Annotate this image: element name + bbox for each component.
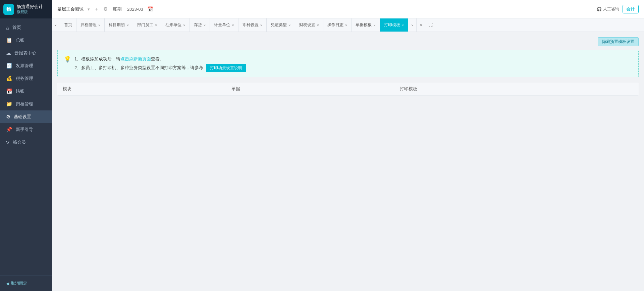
tab-close-single-form[interactable]: × bbox=[373, 23, 375, 27]
sidebar-item-closing[interactable]: 📅 结账 bbox=[0, 85, 52, 98]
period-value: 2023-03 bbox=[127, 7, 143, 12]
info-text: 1、模板添加成功后，请点击刷新新页面查看。 2、多员工、多打印机、多种业务类型设… bbox=[74, 55, 246, 72]
logo-subtitle: 旗舰版 bbox=[17, 9, 43, 14]
sidebar: 畅 畅捷通好会计 旗舰版 ⌂ 首页 📋 总账 ☁ 云报表中心 🧾 发票管理 💰 … bbox=[0, 0, 52, 291]
tab-close-print-template[interactable]: × bbox=[402, 23, 404, 27]
tab-label-counterpart: 往来单位 bbox=[165, 22, 181, 28]
tab-label-currency: 币种设置 bbox=[243, 22, 259, 28]
ledger-label: 总账 bbox=[16, 37, 24, 43]
archive-label: 归档管理 bbox=[16, 101, 33, 107]
reports-icon: ☁ bbox=[6, 50, 11, 56]
table-head: 模块 单据 打印模板 bbox=[57, 83, 639, 96]
info-line1: 1、模板添加成功后，请点击刷新新页面查看。 bbox=[74, 55, 246, 63]
settings-icon[interactable]: ⚙ bbox=[103, 6, 108, 12]
info-line2-prefix: 2、多员工、多打印机、多种业务类型设置不同打印方案等，请参考 bbox=[74, 65, 203, 70]
invoice-icon: 🧾 bbox=[6, 63, 12, 69]
tab-close-inventory[interactable]: × bbox=[204, 23, 206, 27]
member-icon: V bbox=[6, 140, 9, 145]
tab-close-currency[interactable]: × bbox=[260, 23, 262, 27]
tab-close-tax-settings[interactable]: × bbox=[317, 23, 319, 27]
tab-home[interactable]: 首页 bbox=[60, 18, 76, 32]
unpin-label: 取消固定 bbox=[11, 281, 27, 286]
tab-inventory[interactable]: 存货× bbox=[190, 18, 210, 32]
guide-icon: 📌 bbox=[6, 127, 12, 133]
ledger-icon: 📋 bbox=[6, 37, 12, 43]
sidebar-item-guide[interactable]: 📌 新手引导 bbox=[0, 123, 52, 136]
tab-close-voucher-type[interactable]: × bbox=[288, 23, 290, 27]
sidebar-item-home[interactable]: ⌂ 首页 bbox=[0, 21, 52, 34]
tab-single-form[interactable]: 单据模板× bbox=[352, 18, 380, 32]
add-company-icon[interactable]: ＋ bbox=[94, 6, 99, 13]
sidebar-unpin[interactable]: ◀ 取消固定 bbox=[0, 276, 52, 291]
print-template-table: 模块 单据 打印模板 bbox=[57, 83, 639, 96]
invoice-label: 发票管理 bbox=[16, 63, 33, 69]
member-label: 畅会员 bbox=[13, 139, 26, 145]
sidebar-logo: 畅 畅捷通好会计 旗舰版 bbox=[0, 0, 52, 18]
info-line1-suffix: 查看。 bbox=[151, 56, 164, 61]
company-name: 基层工会测试 bbox=[57, 6, 84, 12]
home-icon: ⌂ bbox=[6, 25, 9, 31]
sidebar-item-ledger[interactable]: 📋 总账 bbox=[0, 34, 52, 47]
guide-label: 新手引导 bbox=[16, 127, 33, 133]
tab-archive-mgmt[interactable]: 归档管理× bbox=[76, 18, 105, 32]
sidebar-item-settings[interactable]: ⚙ 基础设置 bbox=[0, 110, 52, 123]
company-dropdown-icon[interactable]: ▾ bbox=[88, 7, 90, 12]
tab-close-department[interactable]: × bbox=[155, 23, 157, 27]
tab-expand-btn[interactable]: ⛶ bbox=[426, 18, 435, 32]
bulb-icon: 💡 bbox=[64, 55, 71, 63]
archive-icon: 📁 bbox=[6, 101, 12, 107]
home-label: 首页 bbox=[12, 25, 21, 31]
logo-icon: 畅 bbox=[3, 4, 14, 15]
topbar-right: 🎧 人工咨询 会计 bbox=[597, 5, 639, 13]
calendar-icon[interactable]: 📅 bbox=[147, 6, 153, 12]
tab-close-measure-unit[interactable]: × bbox=[232, 23, 234, 27]
main-area: 基层工会测试 ▾ ＋ ⚙ 账期 2023-03 📅 🎧 人工咨询 会计 ‹首页归… bbox=[52, 0, 644, 291]
tab-next-btn[interactable]: › bbox=[408, 18, 416, 32]
sidebar-item-reports[interactable]: ☁ 云报表中心 bbox=[0, 47, 52, 59]
tab-tax-settings[interactable]: 财税设置× bbox=[295, 18, 323, 32]
info-box: 💡 1、模板添加成功后，请点击刷新新页面查看。 2、多员工、多打印机、多种业务类… bbox=[57, 50, 639, 77]
tax-label: 税务管理 bbox=[16, 76, 33, 82]
topbar: 基层工会测试 ▾ ＋ ⚙ 账期 2023-03 📅 🎧 人工咨询 会计 bbox=[52, 0, 644, 18]
info-line1-prefix: 1、模板添加成功后，请 bbox=[74, 56, 120, 61]
tab-close-all-btn[interactable]: × bbox=[416, 18, 426, 32]
tab-close-counterpart[interactable]: × bbox=[183, 23, 185, 27]
hide-preview-btn[interactable]: 隐藏预置模板设置 bbox=[598, 37, 639, 46]
tab-operation-log[interactable]: 操作日志× bbox=[323, 18, 352, 32]
settings-icon: ⚙ bbox=[6, 114, 10, 120]
tab-department[interactable]: 部门员工× bbox=[133, 18, 161, 32]
content-area: 隐藏预置模板设置 💡 1、模板添加成功后，请点击刷新新页面查看。 2、多员工、多… bbox=[52, 32, 644, 291]
tab-currency[interactable]: 币种设置× bbox=[238, 18, 267, 32]
accountant-btn[interactable]: 会计 bbox=[623, 5, 639, 13]
tab-label-archive-mgmt: 归档管理 bbox=[80, 22, 97, 28]
customer-service-btn[interactable]: 🎧 人工咨询 bbox=[597, 6, 619, 12]
tab-close-operation-log[interactable]: × bbox=[345, 23, 347, 27]
explain-btn[interactable]: 打印场景设置说明 bbox=[206, 64, 246, 72]
sidebar-item-tax[interactable]: 💰 税务管理 bbox=[0, 72, 52, 85]
tab-subject-init[interactable]: 科目期初× bbox=[105, 18, 133, 32]
tab-close-subject-init[interactable]: × bbox=[126, 23, 128, 27]
tab-label-print-template: 打印模板 bbox=[384, 22, 400, 28]
sidebar-item-archive[interactable]: 📁 归档管理 bbox=[0, 98, 52, 110]
col-template: 打印模板 bbox=[394, 83, 639, 96]
tab-measure-unit[interactable]: 计量单位× bbox=[210, 18, 238, 32]
refresh-link[interactable]: 点击刷新新页面 bbox=[120, 56, 151, 61]
sidebar-nav: ⌂ 首页 📋 总账 ☁ 云报表中心 🧾 发票管理 💰 税务管理 📅 结账 📁 归… bbox=[0, 18, 52, 276]
col-voucher: 单据 bbox=[226, 83, 395, 96]
tab-prev-btn[interactable]: ‹ bbox=[52, 18, 60, 32]
col-module: 模块 bbox=[57, 83, 226, 96]
closing-icon: 📅 bbox=[6, 88, 12, 94]
tax-icon: 💰 bbox=[6, 76, 12, 82]
unpin-icon: ◀ bbox=[6, 281, 9, 286]
hide-preview-container: 隐藏预置模板设置 bbox=[57, 37, 639, 46]
sidebar-item-invoice[interactable]: 🧾 发票管理 bbox=[0, 59, 52, 72]
tabbar: ‹首页归档管理×科目期初×部门员工×往来单位×存货×计量单位×币种设置×凭证类型… bbox=[52, 18, 644, 32]
tab-label-measure-unit: 计量单位 bbox=[214, 22, 230, 28]
service-label: 人工咨询 bbox=[603, 6, 619, 12]
sidebar-item-member[interactable]: V 畅会员 bbox=[0, 136, 52, 149]
tab-label-department: 部门员工 bbox=[137, 22, 153, 28]
tab-print-template[interactable]: 打印模板× bbox=[380, 18, 408, 32]
tab-counterpart[interactable]: 往来单位× bbox=[161, 18, 190, 32]
tab-close-archive-mgmt[interactable]: × bbox=[98, 23, 100, 27]
tab-voucher-type[interactable]: 凭证类型× bbox=[267, 18, 295, 32]
